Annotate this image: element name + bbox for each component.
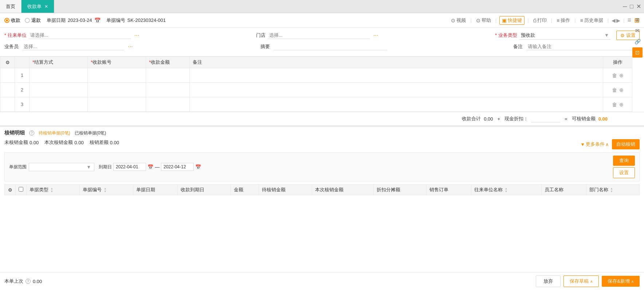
row-amount-3[interactable] [146,97,190,112]
lower-gear-icon[interactable]: ⚙ [8,187,12,193]
tab-receipt-label: 收款单 [27,3,42,10]
save-draft-btn[interactable]: 保存草稿 ∧ [564,275,599,287]
row-settlement-2[interactable] [30,83,88,97]
date-to-input[interactable] [161,163,194,171]
reconciliation-section: 核销明细 ? 待核销单据(0笔) 已核销单据(0笔) 未核销金额 0.00 本次… [0,126,644,272]
row-copy-3[interactable]: ⊕ [619,102,624,107]
row-account-1[interactable] [88,68,146,83]
lower-col-pending: 待核销金额 [259,185,312,195]
remark-label: 备注 [513,43,523,50]
table-gear-icon[interactable]: ⚙ [5,60,10,65]
store-input[interactable] [268,32,370,39]
range-field: 单据范围 ▼ [9,163,94,171]
counterparty-more-icon[interactable]: ··· [133,32,141,39]
calendar-from-icon[interactable]: 📅 [148,164,153,170]
pending-tab[interactable]: 待核销单据(0笔) [39,130,70,136]
nav-next-icon[interactable]: ▶ [616,17,620,23]
maximize-icon[interactable]: □ [630,3,633,10]
row-remark-2[interactable] [190,83,603,97]
reconciliation-title: 核销明细 [4,130,25,136]
tab-receipt[interactable]: 收款单 ✕ [21,0,54,13]
row-copy-2[interactable]: ⊕ [619,87,624,93]
discount-label: 现金折扣： [504,115,528,122]
bill-type-sort[interactable]: ▲ ▼ [50,187,53,193]
history-btn[interactable]: ≡ 历史单据 [579,16,605,24]
due-date-label: 到期日 [99,164,112,170]
save-new-btn[interactable]: 保存&新增 ∧ [602,276,640,287]
print-btn[interactable]: ⎙ 打印 [532,16,548,24]
row-num-1: 1 [15,68,30,83]
store-more-icon[interactable]: ··· [372,32,380,39]
radio-receipt[interactable]: 收款 [4,17,20,24]
row-copy-1[interactable]: ⊕ [619,72,624,78]
dept-sort[interactable]: ▲ ▼ [610,187,613,193]
row-remark-1[interactable] [190,68,603,83]
business-type-label: 业务类型 [495,32,517,39]
video-btn[interactable]: ⊙ 视频 [449,16,467,24]
discount-input[interactable] [531,115,560,122]
row-amount-2[interactable] [146,83,190,97]
row-action-1: 🗑 ⊕ [603,68,632,83]
store-field: 门店 ··· [256,32,380,39]
remark-input[interactable] [526,43,640,50]
date-dash: — [155,164,160,170]
calendar-icon[interactable]: 📅 [94,17,101,23]
video-icon: ⊙ [451,17,455,23]
bill-no-sort[interactable]: ▲ ▼ [104,187,107,193]
sidebar-link-btn[interactable]: 🔗 [632,36,643,47]
staff-input[interactable] [22,43,124,50]
list-view-icon[interactable]: ≡ [627,16,631,24]
counterparty-sort[interactable]: ▲ ▼ [505,187,508,193]
row-settlement-1[interactable] [30,68,88,83]
auto-offset-btn[interactable]: 自动核销 [612,139,640,149]
shortcut-btn[interactable]: ▣ 快捷键 [499,16,525,25]
sep5: | [574,17,576,23]
staff-more-icon[interactable]: ··· [126,43,134,50]
query-btn[interactable]: 查询 [613,156,635,166]
filter-settings-btn[interactable]: 设置 [613,167,635,178]
row-amount-1[interactable] [146,68,190,83]
summary-input[interactable] [274,43,387,50]
row-remark-3[interactable] [190,97,603,112]
close-icon[interactable]: ✕ [636,3,641,10]
sidebar-table-btn[interactable]: ⊞ [632,15,643,25]
staff-field: 业务员 ··· [4,43,134,50]
operation-btn[interactable]: ≡ 操作 [555,16,572,24]
reconciliation-info-icon[interactable]: ? [29,130,34,136]
help-btn[interactable]: ⊙ 帮助 [475,16,492,24]
current-order-info-icon[interactable]: ? [25,279,31,284]
row-account-3[interactable] [88,97,146,112]
tab-home[interactable]: 首页 [0,0,21,13]
completed-tab[interactable]: 已核销单据(0笔) [75,130,106,136]
chevron-up-icon: ∧ [605,142,609,147]
shortcut-icon: ▣ [502,17,507,23]
row-delete-1[interactable]: 🗑 [612,72,617,78]
sidebar-frame-btn[interactable]: ⊡ [632,47,643,58]
sidebar-email-btn[interactable]: ✉ [632,26,643,36]
row-settlement-3[interactable] [30,97,88,112]
minimize-icon[interactable]: ─ [623,3,627,10]
more-conditions-btn[interactable]: ▼ 更多条件 ∧ [580,141,609,148]
select-all-checkbox[interactable] [19,187,23,192]
calendar-to-icon[interactable]: 📅 [195,164,201,170]
lower-col-bill-no: 单据编号 ▲ ▼ [80,185,133,195]
tab-close-icon[interactable]: ✕ [44,4,48,9]
video-label: 视频 [456,17,466,24]
current-stat: 本次核销金额 0.00 [44,139,83,146]
tab-bar: 首页 收款单 ✕ ─ □ ✕ [0,0,644,13]
row-account-2[interactable] [88,83,146,97]
operation-label: 操作 [561,17,570,24]
lower-col-discount: 折扣分摊额 [373,185,427,195]
table-row: 1 🗑 ⊕ [0,68,632,83]
date-from-input[interactable] [113,163,146,171]
abandon-btn[interactable]: 放弃 [536,275,561,287]
range-select[interactable]: ▼ [29,163,94,171]
radio-refund[interactable]: 退款 [25,17,41,24]
row-delete-2[interactable]: 🗑 [612,87,617,93]
staff-label: 业务员 [4,43,19,50]
nav-prev-icon[interactable]: ◀ [612,17,616,23]
row-delete-3[interactable]: 🗑 [612,102,617,107]
counterparty-input[interactable] [29,32,131,39]
sep1: | [470,17,471,23]
business-type-caret[interactable]: ▼ [604,32,609,38]
